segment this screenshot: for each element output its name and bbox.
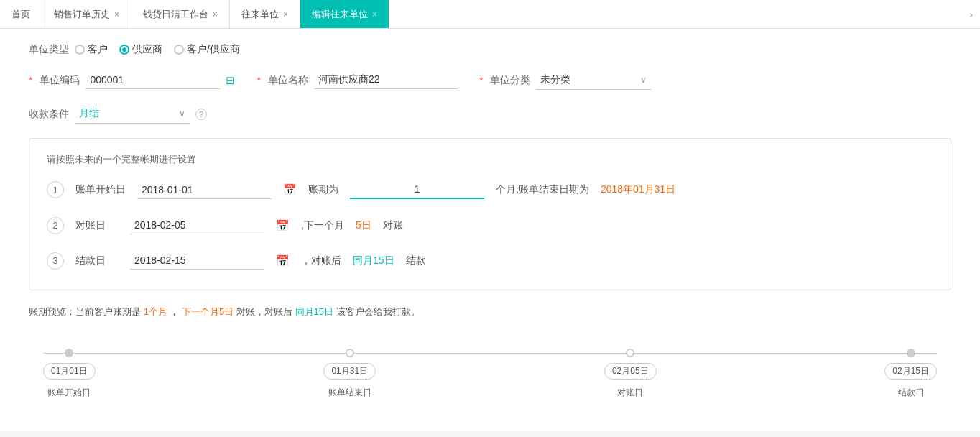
tabs-bar: 首页 销售订单历史 × 钱货日清工作台 × 往来单位 × 编辑往来单位 × › [0, 0, 980, 29]
unit-category-chevron-icon: ∨ [640, 75, 647, 85]
timeline-sublabel-start: 账单开始日 [47, 387, 91, 399]
timeline-point-start: 01月01日 账单开始日 [43, 337, 96, 399]
tab-edit-label: 编辑往来单位 [312, 8, 368, 21]
unit-type-label: 单位类型 [29, 43, 69, 56]
step-1-calendar-icon[interactable]: 📅 [283, 183, 297, 196]
step-1-period-prefix: 账期为 [308, 183, 338, 196]
step-2-num: 2 [47, 217, 64, 234]
timeline-points: 01月01日 账单开始日 01月31日 账单结束日 02月05日 对账日 02月… [43, 337, 937, 399]
step-1-row: 1 账单开始日 📅 账期为 个月,账单结束日期为 2018年01月31日 [47, 180, 933, 199]
tab-sales-close-icon[interactable]: × [114, 9, 119, 19]
timeline-dot-payment [907, 349, 915, 357]
step-3-calendar-icon[interactable]: 📅 [276, 254, 290, 267]
tab-edit-partner[interactable]: 编辑往来单位 × [300, 0, 389, 28]
step-2-suffix-prefix: ,下一个月 [301, 219, 344, 232]
payment-term-value: 月结 [79, 107, 176, 120]
radio-supplier-label: 供应商 [132, 43, 162, 56]
tab-home-label: 首页 [11, 8, 30, 21]
step-1-period-input[interactable] [350, 180, 484, 199]
main-content: 单位类型 客户 供应商 客户/供应商 * 单位编码 [0, 29, 980, 431]
tab-partner-close-icon[interactable]: × [283, 9, 288, 19]
timeline-point-end-bill: 01月31日 账单结束日 [323, 337, 376, 399]
timeline-wrapper: 01月01日 账单开始日 01月31日 账单结束日 02月05日 对账日 02月… [29, 337, 951, 399]
preview-part1: 1个月 [144, 306, 167, 317]
unit-category-value: 未分类 [540, 73, 637, 86]
tab-edit-close-icon[interactable]: × [372, 9, 377, 19]
step-1-period-suffix: 个月,账单结束日期为 [496, 183, 589, 196]
step-2-date-input[interactable] [130, 216, 264, 234]
tab-partner-units[interactable]: 往来单位 × [230, 0, 300, 28]
step-3-row: 3 结款日 📅 ，对账后 同月15日 结款 [47, 252, 933, 270]
payment-term-select[interactable]: 月结 ∨ [75, 104, 190, 124]
radio-both[interactable]: 客户/供应商 [174, 43, 240, 56]
preview-suffix: 该客户会给我打款。 [336, 306, 420, 317]
radio-supplier[interactable]: 供应商 [119, 43, 162, 56]
unit-category-required: * [479, 75, 483, 86]
tab-more-icon: › [969, 9, 973, 20]
tab-partner-label: 往来单位 [241, 8, 279, 21]
panel-title: 请按照未来的一个完整帐期进行设置 [47, 153, 933, 166]
step-1-label: 账单开始日 [75, 183, 126, 196]
unit-name-required: * [256, 75, 260, 86]
radio-both-label: 客户/供应商 [187, 43, 240, 56]
payment-term-chevron-icon: ∨ [179, 109, 185, 119]
payment-term-help-icon[interactable]: ? [195, 109, 207, 120]
preview-comma: ， [170, 306, 179, 317]
payment-term-field: 收款条件 月结 ∨ ? [29, 104, 207, 124]
radio-customer-circle [75, 45, 85, 55]
preview-prefix: 账期预览：当前客户账期是 [29, 306, 141, 317]
step-3-label: 结款日 [75, 254, 119, 267]
tab-more-button[interactable]: › [962, 0, 980, 28]
step-1-num: 1 [47, 181, 64, 198]
step-2-calendar-icon[interactable]: 📅 [276, 219, 290, 232]
unit-name-label: 单位名称 [268, 74, 308, 87]
timeline-point-reconcile: 02月05日 对账日 [604, 337, 657, 399]
step-2-suffix-highlight: 5日 [356, 219, 371, 232]
step-3-suffix-highlight: 同月15日 [353, 254, 394, 267]
unit-category-field: * 单位分类 未分类 ∨ [479, 70, 651, 90]
tab-cash-label: 钱货日清工作台 [143, 8, 208, 21]
timeline-label-reconcile: 02月05日 [604, 363, 657, 380]
tab-sales-label: 销售订单历史 [54, 8, 110, 21]
timeline-label-start: 01月01日 [43, 363, 96, 380]
unit-code-input[interactable] [85, 71, 220, 89]
timeline-sublabel-reconcile: 对账日 [617, 387, 643, 399]
radio-supplier-circle [119, 45, 129, 55]
unit-code-copy-icon[interactable]: ⊟ [226, 74, 235, 87]
unit-name-field: * 单位名称 [256, 71, 457, 89]
step-3-num: 3 [47, 252, 64, 270]
timeline-sublabel-end-bill: 账单结束日 [328, 387, 371, 399]
settings-panel: 请按照未来的一个完整帐期进行设置 1 账单开始日 📅 账期为 个月,账单结束日期… [29, 138, 951, 290]
timeline-dot-reconcile [626, 349, 634, 357]
unit-category-label: 单位分类 [490, 74, 530, 87]
step-2-label: 对账日 [75, 219, 119, 232]
unit-category-select[interactable]: 未分类 ∨ [536, 70, 651, 90]
timeline-dot-end-bill [346, 349, 354, 357]
preview-text: 账期预览：当前客户账期是 1个月 ， 下一个月5日 对账，对账后 同月15日 该… [29, 305, 951, 320]
radio-customer[interactable]: 客户 [75, 43, 108, 56]
preview-part3: 同月15日 [295, 306, 333, 317]
step-2-row: 2 对账日 📅 ,下一个月 5日 对账 [47, 216, 933, 234]
step-1-date-input[interactable] [137, 181, 272, 199]
unit-code-label: 单位编码 [40, 74, 80, 87]
tab-cash-close-icon[interactable]: × [213, 9, 218, 19]
timeline-sublabel-payment: 结款日 [898, 387, 924, 399]
tab-home[interactable]: 首页 [0, 0, 42, 28]
preview-middle: 对账，对账后 [236, 306, 292, 317]
step-3-date-input[interactable] [130, 252, 264, 270]
tab-cash-work[interactable]: 钱货日清工作台 × [131, 0, 230, 28]
step-3-suffix-end: 结款 [406, 254, 426, 267]
payment-term-row: 收款条件 月结 ∨ ? [29, 104, 951, 124]
step-1-period-end: 2018年01月31日 [601, 183, 675, 196]
step-3-suffix-prefix: ，对账后 [301, 254, 341, 267]
radio-both-circle [174, 45, 184, 55]
timeline-label-payment: 02月15日 [884, 363, 937, 380]
tab-sales-order-history[interactable]: 销售订单历史 × [42, 0, 131, 28]
unit-code-required: * [29, 75, 32, 86]
unit-name-input[interactable] [314, 71, 458, 89]
step-2-suffix-end: 对账 [383, 219, 403, 232]
radio-customer-label: 客户 [88, 43, 108, 56]
preview-part2: 下一个月5日 [182, 306, 234, 317]
unit-type-radio-group: 客户 供应商 客户/供应商 [75, 43, 240, 56]
unit-type-row: 单位类型 客户 供应商 客户/供应商 [29, 43, 951, 56]
